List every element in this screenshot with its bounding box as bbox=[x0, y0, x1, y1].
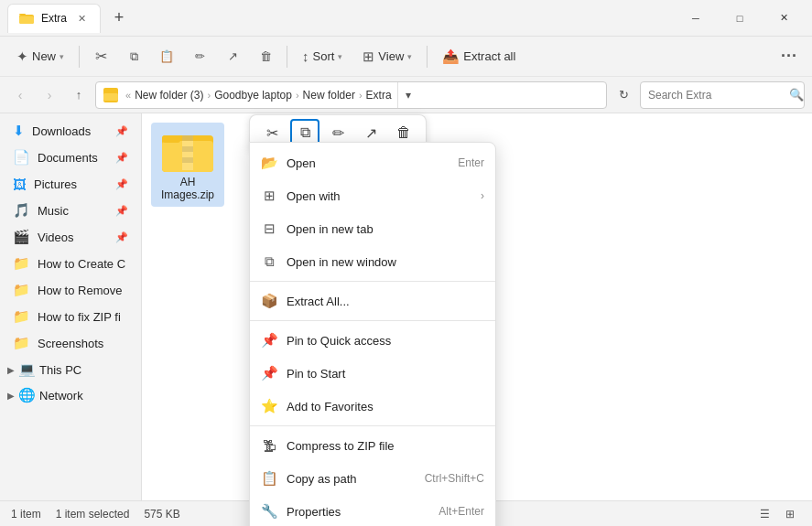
videos-icon: 🎬 bbox=[13, 229, 30, 245]
extract-all-button[interactable]: 📤 Extract all bbox=[433, 41, 525, 72]
ctx-compress-icon: 🗜 bbox=[261, 437, 277, 454]
ctx-open-label: Open bbox=[287, 156, 449, 170]
refresh-button[interactable]: ↻ bbox=[611, 82, 636, 108]
share-button[interactable]: ↗ bbox=[217, 41, 248, 72]
paste-button[interactable]: 📋 bbox=[151, 41, 182, 72]
bc-arr-2: › bbox=[296, 90, 299, 101]
file-item-zip[interactable]: AH Images.zip bbox=[151, 123, 224, 207]
up-button[interactable]: ↑ bbox=[66, 82, 92, 108]
sidebar-item-pictures[interactable]: 🖼 Pictures 📌 bbox=[4, 171, 137, 197]
list-view-button[interactable]: ☰ bbox=[753, 504, 775, 524]
ctx-open-with[interactable]: ⊞ Open with › bbox=[250, 179, 495, 212]
ctx-open-shortcut: Enter bbox=[458, 156, 484, 169]
toolbar-separator-1 bbox=[79, 46, 80, 68]
bc-part-1[interactable]: New folder (3) bbox=[135, 89, 203, 102]
this-pc-section[interactable]: ▶ 💻 This PC bbox=[0, 357, 141, 382]
maximize-button[interactable]: □ bbox=[719, 4, 761, 33]
more-button[interactable]: ··· bbox=[774, 41, 805, 72]
grid-view-button[interactable]: ⊞ bbox=[779, 504, 801, 524]
sidebar-item-videos[interactable]: 🎬 Videos 📌 bbox=[4, 224, 137, 250]
sidebar-item-downloads[interactable]: ⬇ Downloads 📌 bbox=[4, 118, 137, 144]
ctx-sep-3 bbox=[250, 425, 495, 426]
file-name: AH Images.zip bbox=[157, 176, 219, 201]
search-input[interactable] bbox=[648, 89, 785, 102]
view-icon: ⊞ bbox=[363, 48, 374, 65]
bc-sep-0: « bbox=[125, 90, 131, 101]
sidebar-item-how-to-remove[interactable]: 📁 How to Remove bbox=[4, 277, 137, 303]
ctx-compress-label: Compress to ZIP file bbox=[287, 439, 484, 453]
delete-button[interactable]: 🗑 bbox=[250, 41, 281, 72]
context-menu: 📂 Open Enter ⊞ Open with › ⊟ Open in new… bbox=[249, 142, 496, 526]
ctx-pin-start-icon: 📌 bbox=[261, 365, 277, 381]
ctx-open-new-window[interactable]: ⧉ Open in new window bbox=[250, 245, 495, 278]
ctx-properties[interactable]: 🔧 Properties Alt+Enter bbox=[250, 495, 495, 526]
toolbar-separator-3 bbox=[427, 46, 428, 68]
ctx-open[interactable]: 📂 Open Enter bbox=[250, 146, 495, 179]
active-tab[interactable]: Extra ✕ bbox=[7, 4, 101, 33]
folder-icon: 📁 bbox=[13, 335, 30, 351]
breadcrumb-dropdown[interactable]: ▾ bbox=[397, 82, 419, 108]
minimize-button[interactable]: ─ bbox=[675, 4, 717, 33]
sidebar: ⬇ Downloads 📌 📄 Documents 📌 🖼 Pictures 📌… bbox=[0, 113, 142, 500]
sidebar-item-label: How to Create C bbox=[38, 257, 128, 271]
sidebar-item-documents[interactable]: 📄 Documents 📌 bbox=[4, 145, 137, 170]
bc-part-3[interactable]: New folder bbox=[303, 89, 355, 102]
copy-button[interactable]: ⧉ bbox=[118, 41, 149, 72]
bc-part-2[interactable]: Goodbye laptop bbox=[214, 89, 292, 102]
bc-current: Extra bbox=[366, 89, 392, 102]
ctx-compress-zip[interactable]: 🗜 Compress to ZIP file bbox=[250, 429, 495, 462]
back-button[interactable]: ‹ bbox=[7, 82, 33, 108]
new-button[interactable]: ✦ New ▾ bbox=[7, 41, 73, 72]
sidebar-item-music[interactable]: 🎵 Music 📌 bbox=[4, 198, 137, 223]
ctx-pin-quick-icon: 📌 bbox=[261, 332, 277, 349]
sidebar-item-screenshots[interactable]: 📁 Screenshots bbox=[4, 330, 137, 356]
sidebar-item-label: How to fix ZIP fi bbox=[38, 310, 128, 324]
search-box[interactable]: 🔍 bbox=[640, 81, 805, 109]
ctx-open-new-tab[interactable]: ⊟ Open in new tab bbox=[250, 212, 495, 245]
ctx-properties-shortcut: Alt+Enter bbox=[438, 505, 484, 518]
tab-close-button[interactable]: ✕ bbox=[74, 11, 89, 26]
title-bar: Extra ✕ + ─ □ ✕ bbox=[0, 0, 812, 37]
svg-rect-12 bbox=[182, 157, 193, 163]
sort-button[interactable]: ↕ Sort ▾ bbox=[293, 41, 352, 72]
documents-icon: 📄 bbox=[13, 149, 30, 166]
cut-button[interactable]: ✂ bbox=[85, 41, 116, 72]
ctx-pin-quick-label: Pin to Quick access bbox=[287, 334, 484, 348]
new-label: New bbox=[32, 49, 56, 63]
sidebar-item-how-to-create[interactable]: 📁 How to Create C bbox=[4, 251, 137, 276]
ctx-properties-icon: 🔧 bbox=[261, 503, 277, 520]
sidebar-item-label: Pictures bbox=[34, 177, 108, 191]
svg-rect-10 bbox=[182, 135, 193, 141]
ctx-pin-quick[interactable]: 📌 Pin to Quick access bbox=[250, 324, 495, 357]
network-section[interactable]: ▶ 🌐 Network bbox=[0, 382, 141, 408]
view-dropdown-icon: ▾ bbox=[407, 52, 412, 61]
svg-rect-2 bbox=[19, 16, 34, 25]
sort-icon: ↕ bbox=[302, 48, 309, 64]
ctx-pin-start[interactable]: 📌 Pin to Start bbox=[250, 357, 495, 390]
extract-label: Extract all bbox=[463, 49, 515, 63]
downloads-icon: ⬇ bbox=[13, 123, 25, 139]
ctx-extract-all[interactable]: 📦 Extract All... bbox=[250, 284, 495, 317]
breadcrumb[interactable]: « New folder (3) › Goodbye laptop › New … bbox=[95, 81, 607, 109]
view-button[interactable]: ⊞ View ▾ bbox=[353, 41, 421, 72]
window-controls: ─ □ ✕ bbox=[675, 4, 805, 33]
pin-icon: 📌 bbox=[115, 125, 128, 137]
ctx-add-favorites[interactable]: ⭐ Add to Favorites bbox=[250, 390, 495, 423]
sidebar-item-label: Videos bbox=[38, 231, 108, 244]
close-button[interactable]: ✕ bbox=[763, 4, 805, 33]
bc-arr-3: › bbox=[359, 90, 363, 101]
sidebar-item-how-to-fix-zip[interactable]: 📁 How to fix ZIP fi bbox=[4, 304, 137, 329]
new-tab-button[interactable]: + bbox=[104, 4, 134, 33]
ctx-favorites-label: Add to Favorites bbox=[287, 400, 484, 413]
tab-title: Extra bbox=[41, 12, 67, 25]
forward-button[interactable]: › bbox=[37, 82, 62, 108]
ctx-copy-path[interactable]: 📋 Copy as path Ctrl+Shift+C bbox=[250, 462, 495, 495]
svg-rect-8 bbox=[162, 135, 180, 143]
folder-icon: 📁 bbox=[13, 308, 30, 325]
toolbar-separator-2 bbox=[287, 46, 287, 68]
this-pc-label: This PC bbox=[39, 363, 81, 377]
sidebar-item-label: Downloads bbox=[32, 124, 108, 138]
pin-icon: 📌 bbox=[115, 178, 128, 190]
rename-button[interactable]: ✏ bbox=[184, 41, 215, 72]
new-icon: ✦ bbox=[16, 48, 28, 65]
